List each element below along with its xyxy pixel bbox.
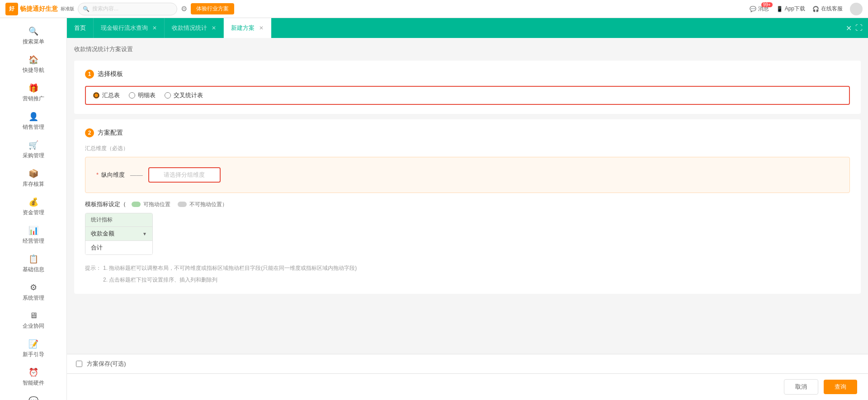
section2-num: 2: [85, 128, 94, 137]
sidebar-item-label: 系统管理: [23, 294, 44, 302]
sidebar-item-guide[interactable]: 📝 新手引导: [0, 334, 66, 363]
notification-item[interactable]: 💬 消息 99+: [750, 5, 769, 13]
metrics-section: 模板指标设定（ 可拖动位置 不可拖动位置）: [85, 200, 850, 256]
radio-detail-label: 明细表: [138, 91, 156, 99]
template-card: 1 选择模板 汇总表 明细表: [74, 61, 861, 114]
sidebar-item-label: 新手引导: [23, 351, 44, 358]
sidebar-item-search[interactable]: 🔍 搜索菜单: [0, 22, 66, 50]
radio-detail-input[interactable]: [129, 92, 135, 99]
draggable-dot: [132, 202, 141, 207]
sidebar-item-label: 营销推广: [23, 95, 44, 103]
dimension-placeholder: 请选择分组维度: [164, 171, 205, 179]
sidebar-item-system[interactable]: ⚙ 系统管理: [0, 278, 66, 306]
sidebar-item-inventory[interactable]: 📦 库存核算: [0, 164, 66, 193]
dimension-selector[interactable]: 请选择分组维度: [148, 167, 221, 183]
dimension-area: * 纵向维度 —— 请选择分组维度: [85, 157, 850, 193]
sidebar-item-sales[interactable]: 👤 销售管理: [0, 107, 66, 136]
metrics-title-text: 模板指标设定（: [85, 200, 126, 208]
screen-icon: 🖥: [29, 311, 38, 320]
sidebar-item-purchase[interactable]: 🛒 采购管理: [0, 136, 66, 164]
logo-icon: 好: [5, 3, 18, 15]
section1-header: 1 选择模板: [85, 70, 850, 79]
radio-group: 汇总表 明细表 交叉统计表: [93, 91, 203, 99]
radio-summary-input[interactable]: [93, 92, 99, 99]
sidebar-item-hardware[interactable]: ⏰ 智能硬件: [0, 363, 66, 391]
sidebar-item-label: 库存核算: [23, 180, 44, 188]
tab-new-plan-label: 新建方案: [231, 24, 255, 32]
radio-summary[interactable]: 汇总表: [93, 91, 120, 99]
vertical-label-text: 纵向维度: [101, 171, 125, 178]
metrics-table-section-label: 统计指标: [85, 213, 152, 227]
trial-button[interactable]: 体验行业方案: [191, 3, 234, 14]
metrics-col-chevron[interactable]: ▼: [142, 231, 147, 236]
sidebar-item-collab[interactable]: 🖥 企业协同: [0, 306, 66, 334]
save-checkbox[interactable]: [76, 361, 82, 367]
metrics-table: 统计指标 收款金额 ▼ 合计: [85, 213, 153, 255]
app-name: 畅捷通好生意: [20, 5, 58, 13]
tab-bar: 首页 现金银行流水查询 ✕ 收款情况统计 ✕ 新建方案 ✕ ✕ ⛶: [67, 18, 868, 38]
dimension-title-text: 汇总维度（必选）: [85, 145, 128, 151]
search-placeholder: 搜索内容...: [92, 5, 118, 13]
page-content: 收款情况统计方案设置 1 选择模板 汇总表: [67, 38, 868, 354]
support-label: 在线客服: [821, 5, 843, 13]
radio-cross-input[interactable]: [165, 92, 171, 99]
app-logo: 好 畅捷通好生意 标准版: [5, 3, 74, 15]
sidebar-item-label: 基础信息: [23, 266, 44, 273]
tab-cash-flow-close[interactable]: ✕: [152, 25, 157, 31]
user-avatar[interactable]: [850, 3, 863, 15]
online-support-item[interactable]: 🎧 在线客服: [812, 5, 843, 13]
tab-receipt-stats[interactable]: 收款情况统计 ✕: [165, 18, 224, 38]
sidebar-item-wechat[interactable]: 💬 企业微信: [0, 391, 66, 400]
non-draggable-label: 不可拖动位置）: [189, 201, 227, 208]
tab-cash-flow[interactable]: 现金银行流水查询 ✕: [94, 18, 165, 38]
query-button[interactable]: 查询: [824, 380, 857, 394]
required-mark: *: [96, 171, 99, 178]
page-wrapper: 收款情况统计方案设置 1 选择模板 汇总表: [67, 38, 868, 373]
tab-new-plan[interactable]: 新建方案 ✕: [224, 18, 271, 38]
tab-new-plan-close[interactable]: ✕: [259, 25, 264, 31]
tab-cash-flow-label: 现金银行流水查询: [101, 24, 148, 32]
app-download-item[interactable]: 📱 App下载: [776, 5, 805, 13]
metrics-row-total: 合计: [85, 241, 152, 254]
close-window-icon[interactable]: ✕: [846, 24, 852, 33]
sidebar-item-marketing[interactable]: 🎁 营销推广: [0, 79, 66, 107]
wechat-icon: 💬: [28, 396, 38, 400]
radio-cross[interactable]: 交叉统计表: [165, 91, 203, 99]
metrics-col-header[interactable]: 收款金额 ▼: [85, 227, 152, 241]
metrics-col-label: 收款金额: [91, 230, 114, 238]
settings-icon[interactable]: ⚙: [181, 5, 187, 13]
search-menu-icon: 🔍: [28, 26, 38, 36]
sidebar-item-nav[interactable]: 🏠 快捷导航: [0, 50, 66, 79]
main-layout: 🔍 搜索菜单 🏠 快捷导航 🎁 营销推广 👤 销售管理 🛒 采购管理 📦 库存核…: [0, 18, 868, 400]
non-draggable-legend-item: 不可拖动位置）: [178, 201, 227, 208]
cart-icon: 🛒: [28, 140, 38, 150]
gift-icon: 🎁: [28, 83, 38, 93]
radio-cross-label: 交叉统计表: [174, 91, 203, 99]
page-title: 收款情况统计方案设置: [74, 45, 861, 53]
sidebar-item-label: 销售管理: [23, 123, 44, 131]
radio-detail[interactable]: 明细表: [129, 91, 156, 99]
sidebar-item-label: 搜索菜单: [23, 38, 44, 46]
sidebar-item-finance[interactable]: 💰 资金管理: [0, 193, 66, 221]
dimension-subsection-title: 汇总维度（必选）: [85, 145, 850, 152]
non-draggable-dot: [178, 202, 187, 207]
top-search-bar[interactable]: 🔍 搜索内容...: [78, 3, 177, 15]
draggable-label: 可拖动位置: [143, 201, 170, 208]
hint-content-2: 2. 点击标题栏下拉可设置排序、插入列和删除列: [103, 275, 217, 285]
content-area: 首页 现金银行流水查询 ✕ 收款情况统计 ✕ 新建方案 ✕ ✕ ⛶: [67, 18, 868, 400]
hint-item-1: 提示： 1. 拖动标题栏可以调整布局，不可跨维度或指标区域拖动栏目字段(只能在同…: [85, 264, 850, 273]
cancel-button[interactable]: 取消: [784, 379, 818, 395]
sidebar-item-label: 智能硬件: [23, 379, 44, 387]
tab-home-label: 首页: [74, 24, 86, 32]
vertical-dimension-label: * 纵向维度: [96, 171, 125, 179]
support-icon: 🎧: [812, 6, 819, 12]
sidebar-item-basic[interactable]: 📋 基础信息: [0, 249, 66, 278]
tab-home[interactable]: 首页: [67, 18, 94, 38]
sidebar-item-management[interactable]: 📊 经营管理: [0, 221, 66, 249]
clock-icon: ⏰: [28, 367, 38, 377]
dimension-arrow: ——: [130, 171, 143, 179]
tab-receipt-stats-close[interactable]: ✕: [212, 25, 216, 31]
hint-content-1: 1. 拖动标题栏可以调整布局，不可跨维度或指标区域拖动栏目字段(只能在同一维度或…: [103, 264, 357, 273]
maximize-icon[interactable]: ⛶: [855, 24, 863, 32]
download-label: App下载: [785, 5, 805, 13]
